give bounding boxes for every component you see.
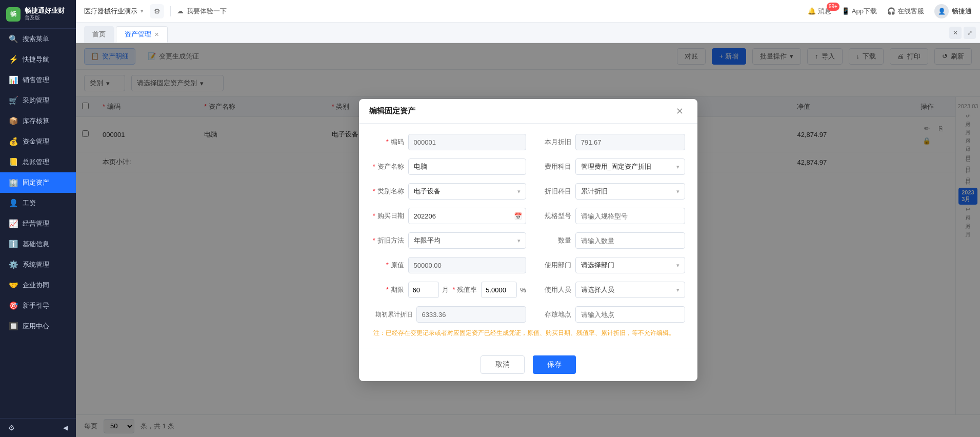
sidebar-item-finance[interactable]: 💰 资金管理: [0, 131, 76, 152]
sidebar-item-ledger[interactable]: 📒 总账管理: [0, 152, 76, 172]
modal-close-btn[interactable]: ✕: [673, 104, 687, 118]
sidebar-nav: 🔍 搜索菜单 ⚡ 快捷导航 📊 销售管理 🛒 采购管理 📦 库存核算 💰 资金管…: [0, 29, 76, 418]
company-selector[interactable]: 医疗器械行业演示 ▾: [84, 7, 144, 16]
online-service-btn[interactable]: 🎧 在线客服: [887, 7, 924, 16]
residual-field: %: [481, 282, 526, 298]
expense-select[interactable]: 管理费用_固定资产折旧 ▾: [575, 158, 685, 175]
form-row-person: 使用人员 请选择人员 ▾: [538, 282, 685, 298]
initial-dep-label: 期初累计折旧: [371, 310, 412, 319]
dep-method-label: 折旧方法: [371, 236, 404, 245]
chevron-down-icon: ▾: [517, 237, 521, 244]
sidebar-item-label: 总账管理: [23, 157, 49, 167]
spec-input[interactable]: [575, 208, 685, 224]
purchase-icon: 🛒: [8, 95, 18, 106]
sidebar-item-label: 库存核算: [23, 116, 49, 126]
topbar-right: 🔔 消息 99+ 📱 App下载 🎧 在线客服 👤 畅捷通: [808, 4, 972, 18]
fixed-icon: 🏢: [8, 177, 18, 188]
original-value-input[interactable]: [408, 257, 526, 273]
tab-prev-btn[interactable]: ✕: [949, 27, 962, 39]
sidebar-item-label: 新手引导: [23, 301, 49, 310]
settings-icon[interactable]: ⚙: [8, 424, 15, 432]
finance-icon: 💰: [8, 136, 18, 147]
quantity-input[interactable]: [575, 232, 685, 249]
main-area: 医疗器械行业演示 ▾ ⚙ ☁ 我要体验一下 🔔 消息 99+ 📱 App下载 🎧…: [76, 0, 980, 437]
tab-asset-label: 资产管理: [125, 30, 151, 39]
sidebar-footer: ⚙ ◀: [0, 418, 76, 437]
search-icon: 🔍: [8, 34, 18, 44]
experience-btn[interactable]: ☁ 我要体验一下: [177, 7, 227, 16]
department-select[interactable]: 请选择部门 ▾: [575, 257, 685, 273]
cancel-button[interactable]: 取消: [481, 355, 525, 374]
save-button[interactable]: 保存: [533, 355, 576, 374]
tabs-controls: ✕ ⤢: [949, 27, 976, 39]
asset-name-input[interactable]: [408, 158, 526, 175]
asset-name-label: 资产名称: [371, 162, 404, 171]
chevron-down-icon: ▾: [517, 188, 521, 195]
sidebar-item-operations[interactable]: 📈 经营管理: [0, 213, 76, 234]
sidebar-item-apps[interactable]: 🔲 应用中心: [0, 316, 76, 336]
residual-input[interactable]: [481, 282, 517, 298]
avatar: 👤: [934, 4, 949, 18]
guide-icon: 🎯: [8, 301, 18, 311]
location-input[interactable]: [575, 306, 685, 323]
initial-dep-input[interactable]: [416, 306, 526, 323]
app-download-btn[interactable]: 📱 App下载: [842, 7, 877, 16]
headset-icon: 🎧: [887, 7, 895, 15]
person-select[interactable]: 请选择人员 ▾: [575, 282, 685, 298]
expense-value: 管理费用_固定资产折旧: [581, 162, 651, 171]
modal-note: 注：已经存在变更记录或者对应固定资产已经生成凭证，原值、购买日期、残值率、累计折…: [371, 329, 685, 337]
form-row-method: 折旧方法 年限平均 ▾: [371, 232, 526, 249]
purchase-date-label: 购买日期: [371, 211, 404, 221]
settings-button[interactable]: ⚙: [150, 4, 164, 18]
sidebar-item-payroll[interactable]: 👤 工资: [0, 193, 76, 213]
form-row-expense: 费用科目 管理费用_固定资产折旧 ▾: [538, 158, 685, 175]
category-select[interactable]: 电子设备 ▾: [408, 183, 526, 200]
edit-modal: 编辑固定资产 ✕ 编码: [359, 99, 697, 381]
notification-btn[interactable]: 🔔 消息 99+: [808, 7, 831, 16]
category-value: 电子设备: [414, 187, 441, 196]
form-row-code: 编码: [371, 134, 526, 150]
sidebar-item-quicknav[interactable]: ⚡ 快捷导航: [0, 49, 76, 70]
sidebar-item-guide[interactable]: 🎯 新手引导: [0, 295, 76, 316]
experience-icon: ☁: [177, 7, 184, 15]
form-row-spec: 规格型号: [538, 208, 685, 224]
code-input[interactable]: [408, 134, 526, 150]
sidebar-item-label: 工资: [23, 198, 36, 208]
modal-header: 编辑固定资产 ✕: [359, 99, 697, 124]
sidebar-item-label: 企业协同: [23, 281, 49, 290]
residual-unit: %: [520, 286, 526, 294]
period-input[interactable]: [408, 282, 439, 298]
sidebar-item-fixed[interactable]: 🏢 固定资产: [0, 172, 76, 193]
dep-account-label: 折旧科目: [538, 187, 571, 196]
tab-close-icon[interactable]: ✕: [154, 31, 159, 38]
sidebar-item-system[interactable]: ⚙️ 系统管理: [0, 254, 76, 275]
purchase-date-input[interactable]: [408, 208, 526, 224]
tab-asset[interactable]: 资产管理 ✕: [116, 26, 168, 43]
sidebar-item-coop[interactable]: 🤝 企业协同: [0, 275, 76, 295]
sidebar-item-basics[interactable]: ℹ️ 基础信息: [0, 234, 76, 254]
sidebar-item-purchase[interactable]: 🛒 采购管理: [0, 90, 76, 111]
form-row-quantity: 数量: [538, 232, 685, 249]
dep-method-select[interactable]: 年限平均 ▾: [408, 232, 526, 249]
sidebar-item-label: 经营管理: [23, 219, 49, 228]
apps-icon: 🔲: [8, 321, 18, 331]
divider: [170, 6, 171, 16]
collapse-icon[interactable]: ◀: [63, 424, 68, 431]
user-menu[interactable]: 👤 畅捷通: [934, 4, 972, 18]
sidebar-item-search[interactable]: 🔍 搜索菜单: [0, 29, 76, 49]
sidebar-item-label: 系统管理: [23, 260, 49, 269]
sidebar-item-label: 基础信息: [23, 240, 49, 249]
quantity-label: 数量: [538, 236, 571, 245]
sidebar-item-sales[interactable]: 📊 销售管理: [0, 70, 76, 90]
code-label: 编码: [371, 137, 404, 147]
person-placeholder: 请选择人员: [581, 285, 614, 294]
original-label: 原值: [371, 261, 404, 270]
sidebar: 畅 畅捷通好业财 普及版 🔍 搜索菜单 ⚡ 快捷导航 📊 销售管理 🛒 采购管理…: [0, 0, 76, 437]
spec-label: 规格型号: [538, 211, 571, 221]
sidebar-item-inventory[interactable]: 📦 库存核算: [0, 111, 76, 131]
tab-home[interactable]: 首页: [84, 26, 114, 43]
tab-next-btn[interactable]: ⤢: [964, 27, 976, 39]
dep-account-select[interactable]: 累计折旧 ▾: [575, 183, 685, 200]
residual-label: 残值率: [453, 285, 477, 294]
quicknav-icon: ⚡: [8, 54, 18, 65]
